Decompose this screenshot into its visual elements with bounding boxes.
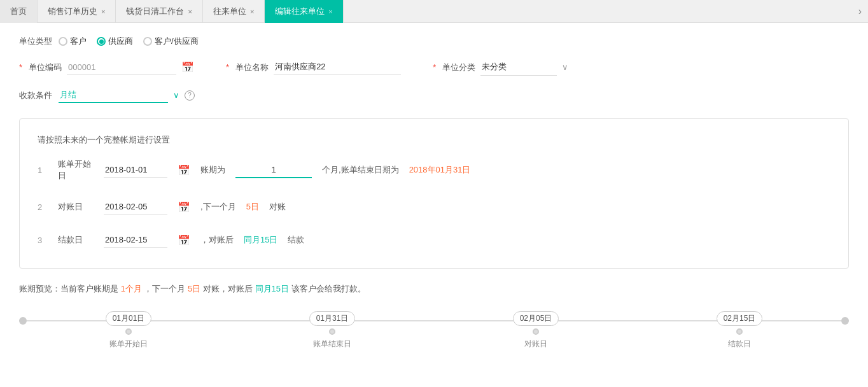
tab-sales-history[interactable]: 销售订单历史 × xyxy=(38,0,116,23)
timeline-badge-3: 02月05日 xyxy=(513,311,559,326)
row-num-2: 2 xyxy=(38,202,48,212)
preview-suffix: 该客户会给我打款。 xyxy=(291,284,366,293)
payment-condition-row: 收款条件 ∨ ? xyxy=(19,87,849,103)
radio-customer-label: 客户 xyxy=(70,36,87,47)
radio-supplier-label: 供应商 xyxy=(108,36,133,47)
reconcile-day-highlight: 5日 xyxy=(246,201,259,213)
row-num-3: 3 xyxy=(38,236,48,245)
main-content: 单位类型 客户 供应商 客户/供应商 * 单位编码 📅 * 单位名 xyxy=(0,23,868,387)
settlement-suffix: 结款 xyxy=(288,234,304,246)
timeline-dot-2 xyxy=(329,328,335,335)
timeline-point-2: 01月31日 账单结束日 xyxy=(309,311,356,349)
code-required-star: * xyxy=(19,62,22,72)
reconcile-date-calendar[interactable]: 📅 xyxy=(178,201,190,213)
timeline-point-3: 02月05日 对账日 xyxy=(513,311,559,349)
timeline-dot-4 xyxy=(736,328,743,335)
unit-name-group: * 单位名称 xyxy=(226,60,401,75)
timeline-dot-3 xyxy=(533,328,539,335)
payment-condition-label: 收款条件 xyxy=(19,90,52,101)
timeline-label-1: 账单开始日 xyxy=(109,339,148,349)
reconcile-suffix: 对账 xyxy=(269,201,286,213)
unit-code-input[interactable] xyxy=(67,60,176,75)
condition-input[interactable] xyxy=(59,87,168,103)
unit-category-label: 单位分类 xyxy=(442,62,475,73)
period-value-input[interactable] xyxy=(235,162,312,178)
period-date-highlight: 2018年01月31日 xyxy=(409,164,471,176)
preview-mid1: ，下一个月 xyxy=(144,284,185,293)
preview-prefix: 账期预览：当前客户账期是 xyxy=(19,284,118,293)
tab-partner[interactable]: 往来单位 × xyxy=(203,0,265,23)
tab-cash-work[interactable]: 钱货日清工作台 × xyxy=(116,0,202,23)
condition-dropdown-arrow[interactable]: ∨ xyxy=(173,90,179,100)
row-label-1: 账单开始日 xyxy=(58,158,94,181)
radio-supplier-circle xyxy=(97,37,106,46)
unit-name-label: 单位名称 xyxy=(235,62,269,73)
unit-type-label: 单位类型 xyxy=(19,36,52,47)
radio-customer-circle xyxy=(59,37,67,46)
preview-section: 账期预览：当前客户账期是 1个月 ，下一个月 5日 对账，对账后 同月15日 该… xyxy=(19,281,849,296)
timeline-label-2: 账单结束日 xyxy=(313,339,351,349)
unit-type-row: 单位类型 客户 供应商 客户/供应商 xyxy=(19,36,849,47)
timeline: 01月01日 账单开始日 01月31日 账单结束日 02月05日 xyxy=(19,311,849,349)
timeline-end-dot xyxy=(841,317,849,325)
period-suffix: 个月,账单结束日期为 xyxy=(322,164,399,176)
unit-category-group: * 单位分类 未分类 ∨ xyxy=(433,59,568,76)
radio-supplier[interactable]: 供应商 xyxy=(97,36,133,47)
unit-code-label: 单位编码 xyxy=(29,62,62,73)
card-title: 请按照未来的一个完整帐期进行设置 xyxy=(38,134,830,146)
setting-row-2: 2 对账日 📅 ,下一个月 5日 对账 xyxy=(38,199,830,215)
settlement-prefix: ，对账后 xyxy=(200,234,234,246)
timeline-label-4: 结款日 xyxy=(728,339,751,349)
unit-info-row: * 单位编码 📅 * 单位名称 * 单位分类 未分类 ∨ xyxy=(19,59,849,76)
preview-settlement: 同月15日 xyxy=(255,284,289,293)
radio-both-circle xyxy=(143,37,152,46)
tab-edit-partner[interactable]: 编辑往来单位 × xyxy=(265,0,343,23)
settlement-date-input[interactable] xyxy=(104,232,167,248)
unit-code-icon[interactable]: 📅 xyxy=(181,61,194,73)
settings-card: 请按照未来的一个完整帐期进行设置 1 账单开始日 📅 账期为 个月,账单结束日期… xyxy=(19,118,849,269)
timeline-label-3: 对账日 xyxy=(524,339,547,349)
start-date-calendar[interactable]: 📅 xyxy=(178,164,190,176)
tab-bar: 首页 销售订单历史 × 钱货日清工作台 × 往来单位 × 编辑往来单位 × › xyxy=(0,0,868,23)
period-prefix: 账期为 xyxy=(200,164,225,176)
timeline-badge-2: 01月31日 xyxy=(309,311,356,326)
radio-customer[interactable]: 客户 xyxy=(59,36,87,47)
timeline-badge-1: 01月01日 xyxy=(106,311,152,326)
tab-home[interactable]: 首页 xyxy=(0,0,38,23)
close-sales-history[interactable]: × xyxy=(101,8,105,15)
preview-period: 1个月 xyxy=(121,284,142,293)
name-required-star: * xyxy=(226,62,229,72)
close-edit-partner[interactable]: × xyxy=(328,8,332,15)
settlement-day-highlight: 同月15日 xyxy=(244,234,277,246)
timeline-badge-4: 02月15日 xyxy=(717,311,763,326)
unit-category-arrow[interactable]: ∨ xyxy=(562,62,568,72)
timeline-start-dot xyxy=(19,317,27,325)
reconcile-date-input[interactable] xyxy=(104,199,167,215)
unit-type-radio-group: 客户 供应商 客户/供应商 xyxy=(59,36,199,47)
setting-row-1: 1 账单开始日 📅 账期为 个月,账单结束日期为 2018年01月31日 xyxy=(38,158,830,181)
help-icon[interactable]: ? xyxy=(185,90,195,101)
radio-both-label: 客户/供应商 xyxy=(155,36,199,47)
unit-code-group: * 单位编码 📅 xyxy=(19,60,194,75)
timeline-point-1: 01月01日 账单开始日 xyxy=(106,311,152,349)
reconcile-prefix: ,下一个月 xyxy=(200,201,236,213)
row-label-2: 对账日 xyxy=(58,201,94,213)
preview-date: 5日 xyxy=(188,284,200,293)
row-num-1: 1 xyxy=(38,165,48,175)
setting-row-3: 3 结款日 📅 ，对账后 同月15日 结款 xyxy=(38,232,830,248)
row-label-3: 结款日 xyxy=(58,234,94,246)
tab-more-button[interactable]: › xyxy=(852,6,868,17)
unit-name-input[interactable] xyxy=(274,60,401,75)
timeline-dot-1 xyxy=(125,328,132,335)
radio-both[interactable]: 客户/供应商 xyxy=(143,36,199,47)
close-partner[interactable]: × xyxy=(250,8,254,15)
settlement-date-calendar[interactable]: 📅 xyxy=(178,234,190,246)
timeline-point-4: 02月15日 结款日 xyxy=(717,311,763,349)
preview-mid2: 对账，对账后 xyxy=(203,284,253,293)
unit-category-value: 未分类 xyxy=(480,59,557,76)
condition-group: ∨ ? xyxy=(59,87,195,103)
close-cash-work[interactable]: × xyxy=(188,8,192,15)
cat-required-star: * xyxy=(433,62,436,72)
start-date-input[interactable] xyxy=(104,162,167,178)
